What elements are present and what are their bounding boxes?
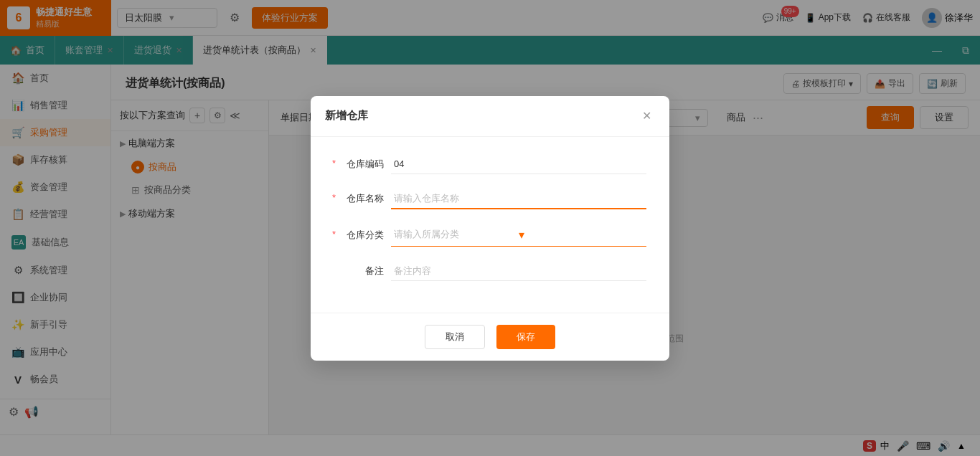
modal-footer: 取消 保存 bbox=[311, 313, 669, 361]
form-row-category: 仓库分类 请输入所属分类 ▾ bbox=[334, 224, 646, 247]
modal-close-button[interactable]: ✕ bbox=[638, 108, 655, 125]
warehouse-code-input[interactable] bbox=[391, 154, 646, 174]
warehouse-name-label: 仓库名称 bbox=[334, 192, 391, 205]
warehouse-category-select[interactable]: 请输入所属分类 ▾ bbox=[391, 224, 646, 247]
category-placeholder: 请输入所属分类 bbox=[394, 228, 519, 241]
form-row-code: 仓库编码 bbox=[334, 154, 646, 174]
notes-label: 备注 bbox=[334, 265, 391, 277]
modal-body: 仓库编码 仓库名称 仓库分类 请输入所属分类 ▾ 备注 bbox=[311, 137, 669, 313]
form-row-name: 仓库名称 bbox=[334, 189, 646, 209]
notes-input[interactable] bbox=[391, 261, 646, 281]
modal-overlay: 新增仓库 ✕ 仓库编码 仓库名称 仓库分类 请输入所属分类 ▾ bbox=[0, 0, 980, 456]
category-dropdown-arrow: ▾ bbox=[519, 228, 644, 242]
form-row-notes: 备注 bbox=[334, 261, 646, 281]
modal-header: 新增仓库 ✕ bbox=[311, 96, 669, 137]
cancel-button[interactable]: 取消 bbox=[425, 325, 485, 349]
warehouse-category-label: 仓库分类 bbox=[334, 229, 391, 242]
save-button[interactable]: 保存 bbox=[496, 325, 555, 349]
modal-title: 新增仓库 bbox=[325, 109, 368, 123]
add-warehouse-modal: 新增仓库 ✕ 仓库编码 仓库名称 仓库分类 请输入所属分类 ▾ bbox=[311, 96, 669, 361]
warehouse-code-label: 仓库编码 bbox=[334, 158, 391, 171]
warehouse-name-input[interactable] bbox=[391, 189, 646, 209]
